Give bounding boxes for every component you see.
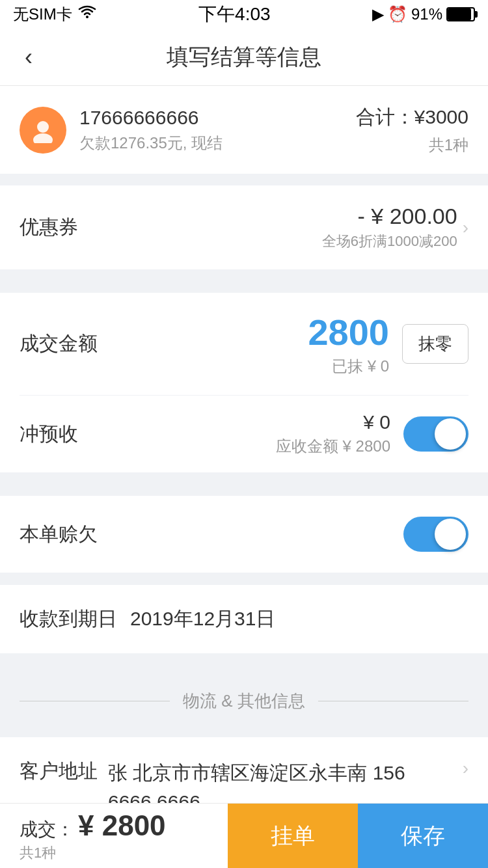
coupon-chevron: › xyxy=(463,217,468,238)
nav-bar: ‹ 填写结算等信息 xyxy=(0,29,488,86)
amount-sub: 已抹 ¥ 0 xyxy=(308,356,389,377)
coupon-desc: 全场6折满1000减200 xyxy=(322,232,457,251)
location-icon: ▶ xyxy=(372,5,384,23)
back-button[interactable]: ‹ xyxy=(18,37,39,77)
coupon-discount: - ¥ 200.00 xyxy=(322,204,457,229)
credit-label: 本单赊欠 xyxy=(20,521,98,548)
bottom-deal-amount: ¥ 2800 xyxy=(78,809,166,842)
separator-1 xyxy=(0,281,488,293)
address-label: 客户地址 xyxy=(20,758,98,785)
bottom-deal-label: 成交： xyxy=(20,817,74,842)
amount-right: 2800 已抹 ¥ 0 抹零 xyxy=(308,311,468,377)
avatar xyxy=(20,107,66,154)
customer-info-row: 17666666666 欠款1276.35元, 现结 合计：¥3000 共1种 xyxy=(0,86,488,174)
svg-point-2 xyxy=(33,133,53,143)
separator-5 xyxy=(0,726,488,737)
duedate-value: 2019年12月31日 xyxy=(130,606,275,632)
coupon-row[interactable]: 优惠券 - ¥ 200.00 全场6折满1000减200 › xyxy=(0,185,488,269)
battery-percent: 91% xyxy=(411,5,442,23)
main-content: 17666666666 欠款1276.35元, 现结 合计：¥3000 共1种 … xyxy=(0,86,488,868)
precollect-toggle[interactable] xyxy=(403,416,468,452)
save-button[interactable]: 保存 xyxy=(358,804,488,869)
precollect-amount: ¥ 0 xyxy=(276,411,390,433)
page-title: 填写结算等信息 xyxy=(167,42,321,72)
coupon-right: - ¥ 200.00 全场6折满1000减200 › xyxy=(322,204,468,251)
duedate-label: 收款到期日 xyxy=(20,606,117,632)
separator-2 xyxy=(0,484,488,496)
customer-phone: 17666666666 xyxy=(79,107,223,129)
status-right: ▶ ⏰ 91% xyxy=(372,5,475,23)
wifi-icon xyxy=(77,5,97,23)
separator-4 xyxy=(0,665,488,677)
amount-value: 2800 xyxy=(308,311,389,353)
amount-row: 成交金额 2800 已抹 ¥ 0 抹零 xyxy=(20,293,468,395)
carrier-text: 无SIM卡 xyxy=(13,4,72,25)
customer-left: 17666666666 欠款1276.35元, 现结 xyxy=(20,107,223,154)
credit-toggle-knob xyxy=(435,519,466,550)
customer-total: 合计：¥3000 共1种 xyxy=(356,104,468,156)
total-count: 共1种 xyxy=(356,135,468,156)
battery-icon xyxy=(446,7,475,21)
customer-debt: 欠款1276.35元, 现结 xyxy=(79,133,223,154)
precollect-label: 冲预收 xyxy=(20,421,78,448)
transaction-section: 成交金额 2800 已抹 ¥ 0 抹零 冲预收 ¥ 0 应收金额 ¥ 2800 xyxy=(0,293,488,472)
logistics-label: 物流 & 其他信息 xyxy=(170,690,318,712)
logistics-divider: 物流 & 其他信息 xyxy=(0,677,488,726)
hold-button[interactable]: 挂单 xyxy=(228,804,358,869)
status-left: 无SIM卡 xyxy=(13,4,97,25)
coupon-label: 优惠券 xyxy=(20,214,78,241)
duedate-row: 收款到期日 2019年12月31日 xyxy=(0,585,488,653)
coupon-value: - ¥ 200.00 全场6折满1000减200 xyxy=(322,204,457,251)
address-chevron: › xyxy=(463,758,468,779)
credit-toggle[interactable] xyxy=(403,517,468,552)
precollect-right: ¥ 0 应收金额 ¥ 2800 xyxy=(276,411,468,457)
bottom-count: 共1种 xyxy=(20,843,208,863)
status-time: 下午4:03 xyxy=(198,2,271,27)
precollect-sub: 应收金额 ¥ 2800 xyxy=(276,436,390,457)
bottom-bar: 成交： ¥ 2800 共1种 挂单 保存 xyxy=(0,803,488,868)
toggle-knob xyxy=(435,418,466,450)
battery-fill xyxy=(448,8,471,20)
alarm-icon: ⏰ xyxy=(388,5,407,23)
divider-line-right xyxy=(318,701,468,701)
round-button[interactable]: 抹零 xyxy=(402,324,468,364)
bottom-left: 成交： ¥ 2800 共1种 xyxy=(0,809,228,863)
svg-point-0 xyxy=(86,16,88,18)
customer-details: 17666666666 欠款1276.35元, 现结 xyxy=(79,107,223,154)
total-amount: 合计：¥3000 xyxy=(356,104,468,131)
status-bar: 无SIM卡 下午4:03 ▶ ⏰ 91% xyxy=(0,0,488,29)
credit-row: 本单赊欠 xyxy=(0,496,488,573)
amount-label: 成交金额 xyxy=(20,331,98,357)
divider-line-left xyxy=(20,701,170,701)
precollect-value: ¥ 0 应收金额 ¥ 2800 xyxy=(276,411,390,457)
svg-point-1 xyxy=(37,121,49,133)
precollect-row: 冲预收 ¥ 0 应收金额 ¥ 2800 xyxy=(20,396,468,472)
